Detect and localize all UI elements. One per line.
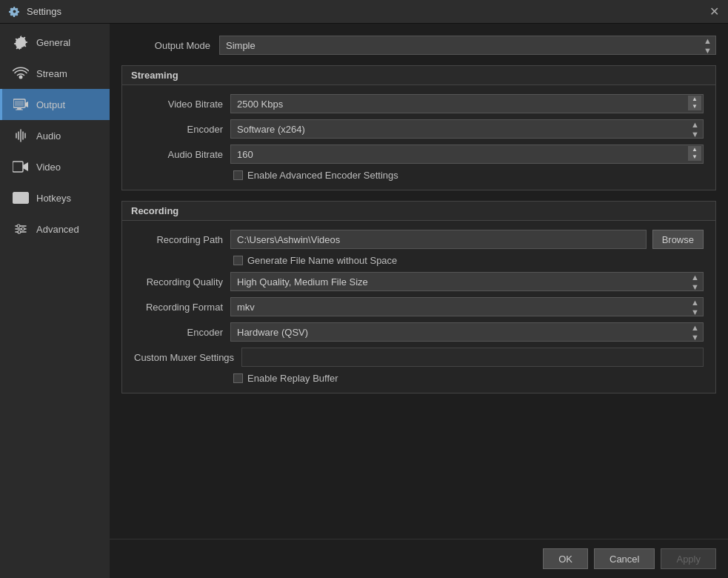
video-bitrate-row: Video Bitrate ▲ ▼	[134, 94, 704, 113]
svg-rect-5	[16, 110, 23, 110]
streaming-encoder-label: Encoder	[134, 124, 223, 135]
recording-quality-wrap: High Quality, Medium File Size Indisting…	[230, 272, 704, 291]
sidebar-item-video[interactable]: Video	[0, 151, 110, 182]
sidebar-output-label: Output	[36, 99, 65, 110]
generate-filename-row: Generate File Name without Space	[134, 255, 704, 266]
svg-rect-9	[18, 194, 21, 196]
svg-rect-12	[14, 197, 17, 199]
audio-bitrate-wrap: ▲ ▼	[230, 144, 704, 164]
sidebar-item-output[interactable]: Output	[0, 89, 110, 120]
content-area: Output Mode Simple Advanced ▲ ▼ Streamin…	[110, 24, 728, 578]
video-bitrate-down[interactable]: ▼	[688, 103, 701, 110]
video-icon	[13, 159, 29, 175]
title-bar-left: Settings	[9, 6, 61, 18]
sidebar-item-stream[interactable]: Stream	[0, 58, 110, 89]
replay-buffer-checkbox[interactable]	[233, 373, 243, 383]
recording-quality-select[interactable]: High Quality, Medium File Size Indisting…	[230, 272, 704, 291]
sidebar-stream-label: Stream	[36, 68, 67, 79]
output-mode-select[interactable]: Simple Advanced	[219, 36, 716, 55]
streaming-encoder-row: Encoder Software (x264) Hardware (QSV) H…	[134, 119, 704, 139]
output-mode-row: Output Mode Simple Advanced ▲ ▼	[121, 36, 716, 55]
audio-bitrate-row: Audio Bitrate ▲ ▼	[134, 144, 704, 164]
apply-button[interactable]: Apply	[661, 548, 716, 569]
sidebar-item-audio[interactable]: Audio	[0, 120, 110, 151]
recording-encoder-label: Encoder	[134, 327, 223, 338]
sidebar-video-label: Video	[36, 162, 61, 173]
custom-muxer-input[interactable]	[241, 348, 704, 367]
sidebar-item-advanced[interactable]: Advanced	[0, 213, 110, 245]
advanced-encoder-checkbox[interactable]	[233, 170, 243, 180]
audio-bitrate-label: Audio Bitrate	[134, 149, 223, 160]
svg-rect-15	[25, 197, 27, 199]
video-bitrate-up[interactable]: ▲	[688, 96, 701, 103]
svg-point-17	[17, 225, 20, 227]
custom-muxer-label: Custom Muxer Settings	[134, 352, 234, 363]
svg-rect-8	[14, 194, 17, 196]
recording-encoder-wrap: Hardware (QSV) Software (x264) Hardware …	[230, 322, 704, 342]
sidebar-audio-label: Audio	[36, 130, 61, 142]
streaming-section: Streaming Video Bitrate ▲ ▼	[121, 65, 716, 190]
svg-rect-6	[13, 162, 23, 172]
general-icon	[13, 34, 29, 50]
sidebar-item-hotkeys[interactable]: Hotkeys	[0, 182, 110, 213]
replay-buffer-label: Enable Replay Buffer	[247, 373, 338, 384]
streaming-section-body: Video Bitrate ▲ ▼ Encoder	[122, 85, 715, 190]
browse-button[interactable]: Browse	[652, 230, 704, 249]
settings-icon	[9, 6, 21, 18]
svg-rect-14	[21, 197, 24, 199]
recording-quality-row: Recording Quality High Quality, Medium F…	[134, 272, 704, 291]
svg-point-1	[19, 76, 23, 79]
title-bar: Settings ✕	[0, 0, 728, 24]
output-mode-label: Output Mode	[121, 40, 210, 51]
recording-quality-label: Recording Quality	[134, 276, 223, 288]
content-inner: Output Mode Simple Advanced ▲ ▼ Streamin…	[121, 36, 716, 566]
sidebar-advanced-label: Advanced	[36, 224, 79, 235]
window-title: Settings	[27, 6, 61, 17]
ok-button[interactable]: OK	[543, 548, 588, 569]
recording-encoder-row: Encoder Hardware (QSV) Software (x264) H…	[134, 322, 704, 342]
recording-format-row: Recording Format mkv mp4 mov flv ts ▲	[134, 297, 704, 316]
svg-rect-16	[16, 201, 26, 203]
recording-path-input[interactable]	[230, 230, 647, 249]
svg-rect-13	[18, 197, 21, 199]
audio-bitrate-down[interactable]: ▼	[688, 153, 701, 161]
advanced-encoder-row: Enable Advanced Encoder Settings	[134, 170, 704, 181]
svg-point-18	[21, 227, 24, 230]
custom-muxer-row: Custom Muxer Settings	[134, 348, 704, 367]
video-bitrate-wrap: ▲ ▼	[230, 94, 704, 113]
custom-muxer-wrap	[241, 348, 704, 367]
recording-encoder-select[interactable]: Hardware (QSV) Software (x264) Hardware …	[230, 322, 704, 342]
recording-format-select[interactable]: mkv mp4 mov flv ts	[230, 297, 704, 316]
close-button[interactable]: ✕	[709, 6, 719, 18]
svg-rect-3	[15, 101, 24, 106]
svg-point-19	[18, 230, 21, 233]
sidebar-item-general[interactable]: General	[0, 27, 110, 58]
generate-filename-checkbox[interactable]	[233, 256, 243, 265]
recording-path-row: Recording Path Browse	[134, 230, 704, 249]
audio-icon	[13, 127, 29, 144]
video-bitrate-arrows: ▲ ▼	[688, 96, 701, 110]
advanced-icon	[13, 221, 29, 237]
video-bitrate-label: Video Bitrate	[134, 99, 223, 110]
output-icon	[13, 96, 29, 113]
audio-bitrate-input[interactable]	[230, 144, 704, 164]
audio-bitrate-up[interactable]: ▲	[688, 146, 701, 153]
cancel-button[interactable]: Cancel	[594, 548, 655, 569]
svg-rect-11	[25, 194, 27, 196]
streaming-encoder-select[interactable]: Software (x264) Hardware (QSV) Hardware …	[230, 119, 704, 139]
bottom-bar: OK Cancel Apply	[110, 539, 728, 578]
streaming-section-title: Streaming	[122, 66, 715, 85]
output-mode-wrapper: Simple Advanced ▲ ▼	[219, 36, 716, 55]
recording-section: Recording Recording Path Browse Generate…	[121, 201, 716, 393]
sidebar: General Stream	[0, 24, 110, 578]
recording-section-body: Recording Path Browse Generate File Name…	[122, 221, 715, 393]
advanced-encoder-checkbox-label: Enable Advanced Encoder Settings	[247, 170, 398, 181]
main-layout: General Stream	[0, 24, 728, 578]
path-row: Browse	[230, 230, 704, 249]
stream-icon	[13, 65, 29, 82]
svg-rect-10	[21, 194, 24, 196]
sidebar-hotkeys-label: Hotkeys	[36, 193, 71, 204]
sidebar-general-label: General	[36, 37, 70, 48]
replay-buffer-row: Enable Replay Buffer	[134, 373, 704, 384]
video-bitrate-input[interactable]	[230, 94, 704, 113]
